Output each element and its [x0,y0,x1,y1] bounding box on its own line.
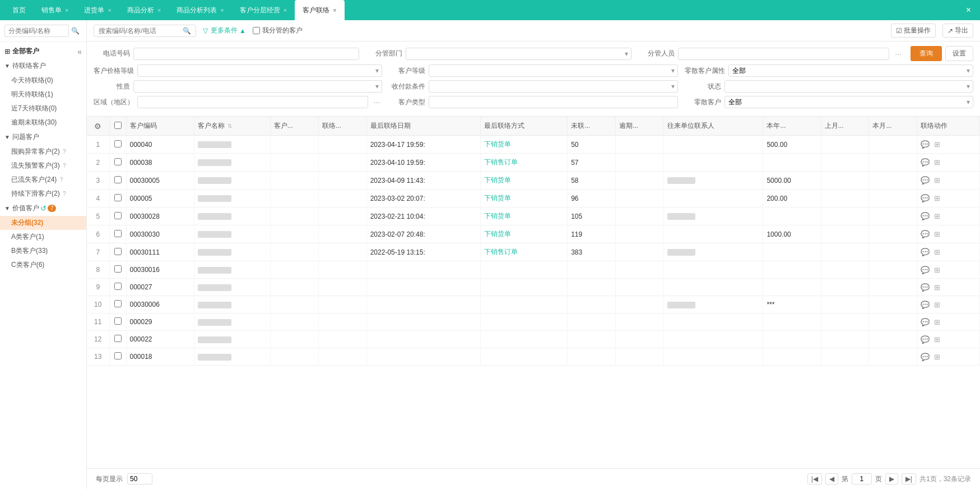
filter-status-select[interactable] [724,80,973,93]
sidebar-group-pending[interactable]: ▼ 待联络客户 [0,58,86,73]
message-action-icon[interactable]: 💬 [921,194,930,202]
filter-price-level-select[interactable] [137,64,382,77]
sidebar-search-button[interactable]: 🔍 [69,27,82,35]
message-action-icon[interactable]: 💬 [921,283,930,292]
more-action-icon[interactable]: ⊞ [934,335,940,344]
row-select-checkbox[interactable] [114,300,122,307]
sidebar-item-unclassified[interactable]: 未分组(32) [0,216,86,230]
filter-search-input[interactable] [99,27,183,35]
more-action-icon[interactable]: ⊞ [934,266,940,274]
nav-tab-purchase[interactable]: 进货单 × [76,0,119,20]
more-action-icon[interactable]: ⊞ [934,194,940,202]
sidebar-item-overdue-pending[interactable]: 逾期未联络(30) [0,116,86,130]
row-select-checkbox[interactable] [114,317,122,325]
close-icon[interactable]: × [157,7,161,13]
sidebar-search-input[interactable] [4,25,69,37]
sidebar-item-week-pending[interactable]: 近7天待联络(0) [0,102,86,116]
more-action-icon[interactable]: ⊞ [934,283,940,292]
sidebar-item-class-b[interactable]: B类客户(33) [0,244,86,258]
sidebar-item-tomorrow-pending[interactable]: 明天待联络(1) [0,87,86,102]
more-action-icon[interactable]: ⊞ [934,318,940,326]
message-action-icon[interactable]: 💬 [921,176,930,184]
export-button[interactable]: ↗ 导出 [942,24,973,38]
row-select-checkbox[interactable] [114,352,122,359]
last-type-link[interactable]: 下销售订单 [484,158,518,166]
page-number-input[interactable] [852,473,872,485]
settings-gear-button[interactable]: ⚙ [94,122,101,131]
nav-tab-sales[interactable]: 销售单 × [34,0,76,20]
last-type-link[interactable]: 下销货单 [484,140,511,148]
filter-person-input[interactable] [678,48,889,60]
row-select-checkbox[interactable] [114,176,122,183]
more-action-icon[interactable]: ⊞ [934,158,940,167]
message-action-icon[interactable]: 💬 [921,335,930,344]
sidebar-item-class-c[interactable]: C类客户(6) [0,258,86,272]
more-action-icon[interactable]: ⊞ [934,176,940,184]
filter-gender-select[interactable] [133,80,382,93]
filter-customer-type-input[interactable] [429,96,677,108]
message-action-icon[interactable]: 💬 [921,140,930,149]
page-size-select[interactable]: 50 10 20 100 [127,473,152,485]
message-action-icon[interactable]: 💬 [921,353,930,361]
row-select-checkbox[interactable] [114,335,122,342]
row-select-checkbox[interactable] [114,248,122,255]
sidebar-item-today-pending[interactable]: 今天待联络(0) [0,73,86,87]
last-page-button[interactable]: ▶| [902,473,916,485]
my-customers-checkbox[interactable] [253,27,260,34]
close-icon[interactable]: × [65,7,68,13]
more-action-icon[interactable]: ⊞ [934,212,940,220]
last-type-link[interactable]: 下销货单 [484,176,511,184]
message-action-icon[interactable]: 💬 [921,318,930,326]
sidebar-all-customers-header[interactable]: ⊞ 全部客户 « [0,42,86,58]
filter-customer-level-select[interactable] [429,64,677,77]
row-select-checkbox[interactable] [114,140,122,147]
filter-dept-select[interactable] [406,48,631,60]
close-icon[interactable]: × [108,7,111,13]
sort-icon[interactable]: ⇅ [227,123,232,129]
close-icon[interactable]: × [220,7,224,13]
select-all-checkbox[interactable] [114,122,122,129]
reset-button[interactable]: 设置 [945,46,973,61]
sidebar-item-lost[interactable]: 已流失客户(24) ? [0,173,86,187]
nav-tab-customer-contact[interactable]: 客户联络 × [295,0,344,20]
prev-page-button[interactable]: ◀ [825,473,838,485]
first-page-button[interactable]: |◀ [807,473,822,485]
filter-payment-select[interactable] [429,80,677,93]
message-action-icon[interactable]: 💬 [921,301,930,309]
row-select-checkbox[interactable] [114,230,122,237]
sidebar-group-problem[interactable]: ▼ 问题客户 [0,130,86,145]
more-action-icon[interactable]: ⊞ [934,353,940,361]
ellipsis-icon[interactable]: ··· [893,49,904,58]
last-type-link[interactable]: 下销货单 [484,194,511,202]
more-conditions-button[interactable]: ▽ 更多条件 ▲ [203,26,246,35]
filter-retail-customer-select[interactable]: 全部 [724,96,973,108]
sidebar-collapse-button[interactable]: « [77,47,82,56]
close-icon[interactable]: × [284,7,287,13]
sidebar-item-warning[interactable]: 流失预警客户(3) ? [0,159,86,173]
row-select-checkbox[interactable] [114,158,122,165]
next-page-button[interactable]: ▶ [885,473,898,485]
more-action-icon[interactable]: ⊞ [934,301,940,309]
message-action-icon[interactable]: 💬 [921,212,930,220]
more-action-icon[interactable]: ⊞ [934,248,940,256]
last-type-link[interactable]: 下销售订单 [484,248,518,256]
filter-phone-input[interactable] [133,48,359,60]
row-select-checkbox[interactable] [114,283,122,290]
message-action-icon[interactable]: 💬 [921,230,930,238]
sidebar-item-abnormal[interactable]: 囤购异常客户(2) ? [0,145,86,159]
filter-region-input[interactable] [137,96,368,108]
row-select-checkbox[interactable] [114,194,122,201]
message-action-icon[interactable]: 💬 [921,266,930,274]
nav-tab-analysis-list[interactable]: 商品分析列表 × [169,0,231,20]
filter-retail-attr-select[interactable]: 全部 [728,64,973,77]
close-icon[interactable]: × [333,7,336,13]
refresh-icon[interactable]: ↺ [40,204,47,213]
query-button[interactable]: 查询 [911,46,942,61]
last-type-link[interactable]: 下销货单 [484,212,511,220]
row-select-checkbox[interactable] [114,265,122,273]
last-type-link[interactable]: 下销货单 [484,230,511,238]
nav-tab-home[interactable]: 首页 [4,0,34,20]
sidebar-group-value[interactable]: ▼ 价值客户 ↺ 7 [0,201,86,216]
sidebar-item-declining[interactable]: 持续下滑客户(2) ? [0,187,86,201]
nav-tab-analysis[interactable]: 商品分析 × [119,0,169,20]
